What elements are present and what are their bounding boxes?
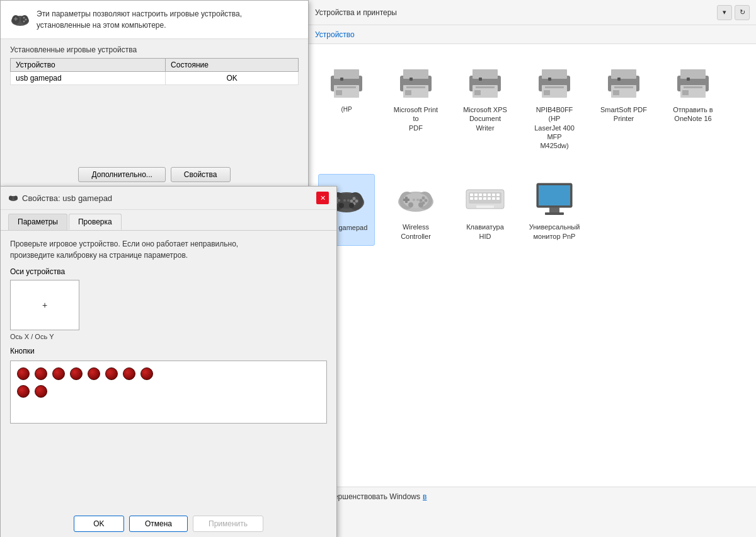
monitor-svg [536,182,573,217]
svg-rect-7 [403,69,428,79]
ok-button[interactable]: OK [74,516,124,532]
game-controllers-dialog: Эти параметры позволяют настроить игровы… [0,0,309,189]
btn-7 [123,367,135,380]
svg-rect-35 [682,90,689,95]
printer-icon-wrap-2 [396,62,436,102]
svg-rect-74 [474,197,478,200]
svg-rect-1 [334,69,359,79]
device-ms-xps[interactable]: Microsoft XPSDocument Writer [457,57,513,155]
svg-rect-23 [544,90,550,95]
printer-svg-2 [397,66,435,98]
nav-item[interactable]: Устройство [315,30,355,39]
device-keyboard-hid[interactable]: Клавиатура HID [457,174,513,246]
device-monitor[interactable]: Универсальныймонитор PnP [526,174,583,246]
buttons-row-1 [17,367,320,380]
advanced-button[interactable]: Дополнительно... [78,167,165,182]
axes-title: Оси устройства [10,267,327,276]
svg-point-87 [21,15,28,24]
printer-svg [328,66,365,98]
title-gamepad-icon [8,193,18,203]
device-label-smartsoft: SmartSoft PDFPrinter [600,105,647,124]
monitor-icon-wrap [534,179,575,219]
svg-rect-84 [545,212,564,215]
nav-bar: Устройство [309,25,756,44]
device-ms-pdf[interactable]: Microsoft Print toPDF [387,57,444,155]
properties-content: Проверьте игровое устройство. Если оно р… [1,231,336,431]
properties-button[interactable]: Свойства [171,167,231,182]
prop-description: Проверьте игровое устройство. Если оно р… [10,238,327,261]
device-smartsoft[interactable]: SmartSoft PDFPrinter [595,57,652,155]
keyboard-icon-wrap [465,179,505,219]
svg-point-44 [350,200,353,203]
device-wireless-ctrl[interactable]: WirelessController [387,174,444,246]
svg-rect-71 [492,193,495,196]
device-name-cell: usb gamepad [11,72,166,85]
apply-button[interactable]: Применить [193,516,263,532]
svg-point-63 [418,202,423,207]
device-hp-laserjet[interactable]: NPIB4B0FF (HPLaserJet 400 MFPM425dw) [526,57,583,155]
svg-point-61 [416,199,419,201]
device-label-monitor: Универсальныймонитор PnP [529,222,580,241]
svg-rect-17 [474,90,481,95]
device-hp-partial[interactable]: (HP [318,57,375,155]
svg-rect-28 [617,78,621,81]
svg-point-58 [420,199,423,202]
svg-point-90 [23,17,25,19]
dialog-header: Эти параметры позволяют настроить игровы… [1,1,308,39]
svg-point-49 [349,203,354,208]
tab-check[interactable]: Проверка [69,214,122,230]
cancel-button[interactable]: Отмена [129,516,188,532]
axes-box: + [10,280,79,330]
device-onenote[interactable]: Отправить вOneNote 16 [665,57,721,155]
svg-point-43 [355,200,358,203]
table-row[interactable]: usb gamepad OK [11,72,299,85]
refresh-icon[interactable]: ↻ [735,5,750,20]
svg-rect-13 [472,69,498,79]
tab-params[interactable]: Параметры [8,214,67,230]
axes-label: Ось X / Ось Y [10,333,327,340]
device-label-ms-xps: Microsoft XPSDocument Writer [462,105,508,132]
svg-rect-31 [680,69,706,79]
svg-rect-10 [410,78,413,81]
printers-row: (HP Microsoft Print toPDF [309,44,756,168]
btn-8 [140,367,153,380]
svg-rect-72 [496,193,500,196]
status-link[interactable]: в [423,492,427,501]
breadcrumb[interactable]: Устройства и принтеры [315,8,717,17]
svg-rect-15 [476,86,495,88]
svg-rect-73 [470,197,473,200]
btn-5 [88,367,100,380]
dropdown-icon[interactable]: ▾ [717,5,732,20]
svg-rect-16 [479,78,482,81]
device-status-cell: OK [166,72,299,85]
svg-point-56 [422,197,425,200]
breadcrumb-text: Устройства и принтеры [315,8,397,17]
devices-row: usb gamepad [309,168,756,252]
svg-rect-27 [614,86,633,88]
svg-rect-75 [479,197,482,200]
col-device: Устройство [11,59,166,72]
svg-point-42 [353,197,356,200]
device-label-hp-laserjet: NPIB4B0FF (HPLaserJet 400 MFPM425dw) [531,105,578,150]
dialog-icon [10,9,30,30]
btn-1 [17,367,30,380]
keyboard-svg [465,187,505,212]
svg-point-48 [339,203,344,208]
buttons-area [10,361,327,424]
title-label: Свойства: usb gamepad [22,193,112,203]
btn-10 [35,385,47,398]
svg-rect-19 [542,69,567,79]
svg-rect-55 [405,197,408,203]
dialog-description: Эти параметры позволяют настроить игровы… [37,8,242,31]
tab-bar: Параметры Проверка [1,210,336,231]
svg-rect-68 [479,193,482,196]
svg-rect-3 [337,86,356,88]
printer-icon-wrap [326,62,367,102]
svg-point-94 [9,196,13,200]
device-list-table: Устройство Состояние usb gamepad OK [10,58,299,85]
title-text: Свойства: usb gamepad [8,193,112,203]
close-button[interactable]: ✕ [316,192,329,204]
svg-rect-29 [613,90,619,95]
svg-rect-25 [611,69,636,79]
svg-rect-21 [545,86,564,88]
